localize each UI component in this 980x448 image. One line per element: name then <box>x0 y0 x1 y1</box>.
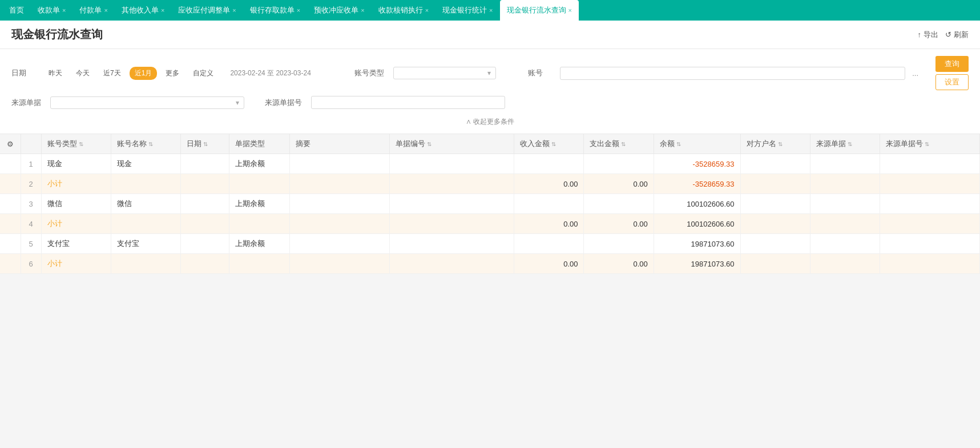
td-summary <box>289 194 389 214</box>
td-balance: 19871073.60 <box>654 254 740 274</box>
td-source-doc-no <box>880 234 980 254</box>
td-income <box>514 194 584 214</box>
td-row-settings <box>0 154 21 174</box>
td-account-type: 支付宝 <box>41 234 111 254</box>
th-index <box>21 134 41 154</box>
source-doc-label: 来源单据 <box>11 98 41 108</box>
nav-item-collection-cancel[interactable]: 收款核销执行× <box>372 0 435 21</box>
td-source-doc-no <box>880 214 980 234</box>
nav-item-receivable-adjust[interactable]: 应收应付调整单× <box>171 0 243 21</box>
date-btn-更多[interactable]: 更多 <box>160 67 184 80</box>
refresh-label: 刷新 <box>954 30 969 40</box>
td-account-name: 支付宝 <box>111 234 180 254</box>
page-header: 现金银行流水查询 导出 刷新 <box>0 21 980 49</box>
table-row: 5支付宝支付宝上期余额19871073.60 <box>0 234 980 254</box>
td-account-name: 微信 <box>111 194 180 214</box>
td-date <box>181 174 229 194</box>
source-doc-no-input[interactable] <box>311 96 505 109</box>
date-btn-今天[interactable]: 今天 <box>71 67 95 80</box>
td-date <box>181 234 229 254</box>
refresh-button[interactable]: 刷新 <box>945 30 969 40</box>
table-container: ⚙账号类型⇅账号名称⇅日期⇅单据类型摘要单据编号⇅收入金额⇅支出金额⇅余额⇅对方… <box>0 134 980 274</box>
date-btn-近7天[interactable]: 近7天 <box>98 67 126 80</box>
td-balance: -3528659.33 <box>654 154 740 174</box>
date-btn-自定义[interactable]: 自定义 <box>188 67 219 80</box>
nav-item-receipt[interactable]: 收款单× <box>31 0 72 21</box>
td-balance: -3528659.33 <box>654 174 740 194</box>
th-source_doc_no[interactable]: 来源单据号⇅ <box>880 134 980 154</box>
collapse-btn[interactable]: 收起更多条件 <box>11 115 969 127</box>
gear-icon[interactable]: ⚙ <box>7 140 14 148</box>
source-doc-no-label: 来源单据号 <box>265 98 302 108</box>
sort-icon-source_doc: ⇅ <box>848 141 852 147</box>
account-input[interactable] <box>560 67 905 80</box>
td-index: 2 <box>21 174 41 194</box>
td-doc-no <box>389 214 514 234</box>
td-index: 6 <box>21 254 41 274</box>
query-button[interactable]: 查询 <box>935 56 969 72</box>
settings-button[interactable]: 设置 <box>935 74 969 90</box>
account-type-select[interactable] <box>393 67 496 79</box>
nav-close-advance-offset[interactable]: × <box>361 7 364 14</box>
th-source_doc[interactable]: 来源单据⇅ <box>810 134 880 154</box>
chevron-down-icon <box>487 69 491 77</box>
td-income <box>514 234 584 254</box>
td-row-settings <box>0 234 21 254</box>
td-income: 0.00 <box>514 214 584 234</box>
date-btn-近1月[interactable]: 近1月 <box>130 67 158 80</box>
td-doc-type <box>229 254 289 274</box>
td-account-name <box>111 214 180 234</box>
th-date[interactable]: 日期⇅ <box>181 134 229 154</box>
td-source-doc <box>810 214 880 234</box>
td-index: 4 <box>21 214 41 234</box>
account-dots[interactable]: ... <box>909 68 922 79</box>
sort-icon-doc_no: ⇅ <box>427 141 431 147</box>
td-row-settings <box>0 194 21 214</box>
nav-close-receivable-adjust[interactable]: × <box>232 7 236 14</box>
export-button[interactable]: 导出 <box>918 30 939 40</box>
th-doc_no[interactable]: 单据编号⇅ <box>389 134 514 154</box>
nav-close-collection-cancel[interactable]: × <box>425 7 429 14</box>
nav-item-bank-flow[interactable]: 现金银行流水查询× <box>500 0 579 21</box>
date-range: 2023-02-24 至 2023-03-24 <box>230 68 310 78</box>
th-balance[interactable]: 余额⇅ <box>654 134 740 154</box>
th-summary: 摘要 <box>289 134 389 154</box>
th-counterpart[interactable]: 对方户名⇅ <box>740 134 810 154</box>
td-date <box>181 154 229 174</box>
td-index: 5 <box>21 234 41 254</box>
nav-item-advance-offset[interactable]: 预收冲应收单× <box>307 0 371 21</box>
nav-item-bank-deposit[interactable]: 银行存取款单× <box>243 0 307 21</box>
date-btn-昨天[interactable]: 昨天 <box>43 67 67 80</box>
td-counterpart <box>740 234 810 254</box>
source-doc-select[interactable] <box>50 96 244 109</box>
table-body: 1现金现金上期余额-3528659.332小计0.000.00-3528659.… <box>0 154 980 274</box>
table-row: 1现金现金上期余额-3528659.33 <box>0 154 980 174</box>
account-label: 账号 <box>528 68 551 78</box>
chevron-down-icon-2 <box>236 99 239 107</box>
th-income[interactable]: 收入金额⇅ <box>514 134 584 154</box>
td-counterpart <box>740 154 810 174</box>
td-expense: 0.00 <box>584 174 654 194</box>
td-account-type: 小计 <box>41 254 111 274</box>
nav-item-other-income[interactable]: 其他收入单× <box>115 0 171 21</box>
nav-close-bank-flow[interactable]: × <box>568 7 572 14</box>
th-account_name[interactable]: 账号名称⇅ <box>111 134 180 154</box>
nav-close-receipt[interactable]: × <box>62 7 66 14</box>
table-row: 4小计0.000.00100102606.60 <box>0 214 980 234</box>
th-expense[interactable]: 支出金额⇅ <box>584 134 654 154</box>
td-index: 1 <box>21 154 41 174</box>
td-row-settings <box>0 254 21 274</box>
th-account_type[interactable]: 账号类型⇅ <box>41 134 111 154</box>
td-source-doc-no <box>880 254 980 274</box>
td-income: 0.00 <box>514 174 584 194</box>
nav-item-bank-stats[interactable]: 现金银行统计× <box>435 0 499 21</box>
td-source-doc <box>810 154 880 174</box>
nav-item-payment[interactable]: 付款单× <box>72 0 114 21</box>
nav-item-home[interactable]: 首页 <box>2 0 31 21</box>
td-account-name <box>111 254 180 274</box>
nav-close-bank-stats[interactable]: × <box>489 7 493 14</box>
td-summary <box>289 214 389 234</box>
nav-close-payment[interactable]: × <box>104 7 107 14</box>
nav-close-bank-deposit[interactable]: × <box>297 7 300 14</box>
nav-close-other-income[interactable]: × <box>161 7 164 14</box>
